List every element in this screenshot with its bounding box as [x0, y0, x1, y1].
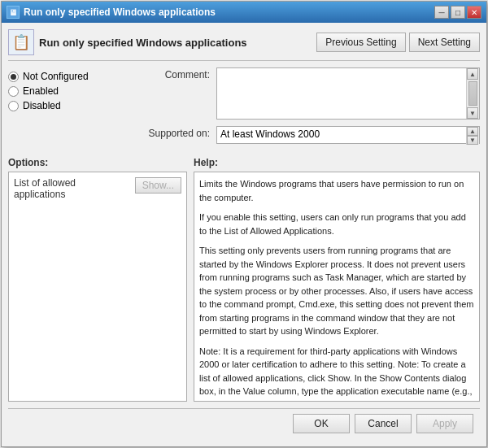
help-paragraph-1: Limits the Windows programs that users h…	[199, 177, 474, 204]
scrollbar-thumb	[468, 81, 477, 106]
radio-not-configured-label: Not Configured	[23, 71, 89, 82]
help-paragraph-2: If you enable this setting, users can on…	[199, 211, 474, 237]
radio-not-configured-circle	[8, 72, 19, 82]
title-bar-controls: ─ □ ✕	[434, 6, 481, 19]
content-area: 📋 Run only specified Windows application…	[2, 23, 486, 446]
radio-enabled-circle	[8, 86, 19, 97]
close-button[interactable]: ✕	[467, 6, 481, 19]
help-box: Limits the Windows programs that users h…	[194, 172, 480, 402]
title-bar: 🖥 Run only specified Windows application…	[2, 2, 486, 23]
radio-disabled[interactable]: Disabled	[8, 100, 138, 111]
options-help-section: Options: List of allowed applications Sh…	[8, 157, 480, 402]
help-paragraph-3: This setting only prevents users from ru…	[199, 244, 474, 338]
ok-button[interactable]: OK	[293, 414, 350, 433]
radio-not-configured[interactable]: Not Configured	[8, 71, 138, 82]
scroll-up-arrow[interactable]: ▲	[467, 68, 478, 80]
maximize-button[interactable]: □	[451, 6, 465, 19]
radio-enabled-label: Enabled	[23, 85, 59, 97]
cancel-button[interactable]: Cancel	[355, 414, 412, 433]
supported-wrapper: At least Windows 2000 ▲ ▼	[216, 126, 480, 144]
radio-disabled-circle	[8, 101, 19, 111]
supported-row: Supported on: At least Windows 2000 ▲ ▼	[145, 126, 480, 144]
policy-icon: 📋	[8, 29, 34, 55]
comment-row: Comment: ▲ ▼	[145, 67, 480, 120]
supported-scroll-up[interactable]: ▲	[467, 127, 478, 136]
help-label: Help:	[194, 157, 480, 168]
radio-section: Not Configured Enabled Disabled	[8, 67, 138, 115]
middle-section: Not Configured Enabled Disabled Comment:	[8, 67, 480, 150]
supported-scrollbar: ▲ ▼	[466, 127, 479, 145]
right-column: Comment: ▲ ▼ Supported on:	[145, 67, 480, 150]
prev-setting-button[interactable]: Previous Setting	[316, 33, 405, 52]
scroll-down-arrow[interactable]: ▼	[467, 107, 478, 119]
top-section: 📋 Run only specified Windows application…	[8, 29, 480, 61]
radio-disabled-label: Disabled	[23, 100, 61, 111]
options-box: List of allowed applications Show...	[8, 172, 187, 402]
options-pane: Options: List of allowed applications Sh…	[8, 157, 187, 402]
next-setting-button[interactable]: Next Setting	[409, 33, 480, 52]
window-icon: 🖥	[7, 6, 20, 19]
comment-wrapper: ▲ ▼	[216, 67, 480, 120]
options-list-label: List of allowed applications	[14, 177, 129, 200]
supported-value: At least Windows 2000	[217, 127, 466, 143]
title-bar-left: 🖥 Run only specified Windows application…	[7, 6, 216, 19]
nav-buttons: Previous Setting Next Setting	[316, 33, 480, 52]
scrollbar-track	[467, 80, 479, 107]
main-window: 🖥 Run only specified Windows application…	[1, 1, 487, 447]
window-title: Run only specified Windows applications	[24, 7, 216, 18]
comment-label: Comment:	[145, 67, 210, 80]
policy-header: 📋 Run only specified Windows application…	[8, 29, 247, 55]
apply-button[interactable]: Apply	[416, 414, 473, 433]
supported-scroll-down[interactable]: ▼	[467, 136, 478, 145]
comment-scrollbar: ▲ ▼	[466, 68, 479, 119]
supported-label: Supported on:	[145, 126, 210, 139]
help-pane: Help: Limits the Windows programs that u…	[194, 157, 480, 402]
comment-area[interactable]	[217, 68, 466, 119]
options-label: Options:	[8, 157, 187, 168]
show-button[interactable]: Show...	[135, 177, 181, 194]
radio-enabled[interactable]: Enabled	[8, 85, 138, 97]
footer-buttons: OK Cancel Apply	[8, 408, 480, 440]
minimize-button[interactable]: ─	[434, 6, 449, 19]
radio-column: Not Configured Enabled Disabled	[8, 67, 138, 150]
policy-title: Run only specified Windows applications	[39, 37, 247, 49]
help-paragraph-4: Note: It is a requirement for third-part…	[199, 345, 474, 402]
